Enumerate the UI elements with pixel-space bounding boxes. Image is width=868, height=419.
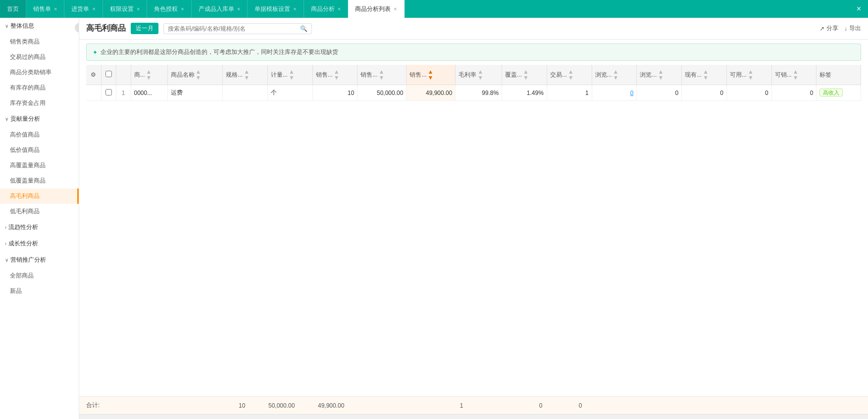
tab-homepage[interactable]: 首页 [0, 0, 26, 18]
footer-total: 合计: 10 50,000.00 49,900.00 1 0 0 [79, 396, 868, 414]
tab-close-analysis-list[interactable]: × [394, 6, 397, 12]
sidebar-item-sales-goods[interactable]: 销售类商品 [0, 34, 79, 49]
col-views1[interactable]: 浏览...▲▼ [592, 65, 637, 85]
cell-sales-amount: 50,000.00 [357, 85, 407, 101]
col-available-stock[interactable]: 可用...▲▼ [726, 65, 771, 85]
share-label: 分享 [826, 24, 838, 33]
tab-purchase[interactable]: 进货单 × [64, 0, 102, 18]
cell-code: 0000... [131, 85, 167, 101]
col-tag: 标签 [817, 65, 861, 85]
col-name[interactable]: 商品名称▲▼ [167, 65, 223, 85]
search-box: 🔍 [163, 23, 312, 34]
sidebar-item-low-value[interactable]: 低价值商品 [0, 142, 79, 158]
col-settings[interactable]: ⚙ [86, 65, 101, 85]
tab-close-analysis[interactable]: × [338, 6, 341, 12]
total-views1 [466, 402, 506, 409]
tab-role-auth[interactable]: 角色授权 × [147, 0, 191, 18]
search-input[interactable] [168, 25, 300, 32]
cell-sales-profit: 49,900.00 [407, 85, 456, 101]
sidebar-item-low-margin[interactable]: 低毛利商品 [0, 204, 79, 219]
sidebar: 《 ∨ 整体信息 销售类商品 交易过的商品 商品分类助销率 有库存的商品 库存资… [0, 18, 79, 419]
sidebar-item-capital-usage[interactable]: 库存资金占用 [0, 95, 79, 111]
cell-name: 运费 [167, 85, 223, 101]
col-sales-amount[interactable]: 销售...▲▼ [357, 65, 407, 85]
tab-product-analysis[interactable]: 商品分析 × [304, 0, 348, 18]
tab-close-purchase[interactable]: × [92, 6, 95, 12]
total-spacer2 [347, 402, 387, 409]
group-arrow-contribution: ∨ [5, 116, 8, 122]
sidebar-item-category-rate[interactable]: 商品分类助销率 [0, 65, 79, 80]
row-checkbox[interactable] [105, 89, 112, 95]
info-banner: ✦ 企业的主要的利润都是这部分商品创造的，可考虑加大推广，同时关注库存是不要出现… [86, 44, 861, 61]
sidebar-group-trend[interactable]: › 流趋性分析 [0, 219, 79, 235]
export-button[interactable]: ↓ 导出 [844, 24, 861, 33]
sidebar-group-overall[interactable]: ∨ 整体信息 [0, 18, 79, 34]
total-cells: 10 50,000.00 49,900.00 1 0 0 [109, 402, 585, 409]
col-sales-qty[interactable]: 销售...▲▼ [312, 65, 357, 85]
sidebar-item-in-stock[interactable]: 有库存的商品 [0, 80, 79, 95]
tab-close-template[interactable]: × [293, 6, 296, 12]
period-button[interactable]: 近一月 [131, 23, 158, 34]
sidebar-item-low-coverage[interactable]: 低覆盖量商品 [0, 173, 79, 188]
group-arrow-trend: › [5, 225, 6, 230]
tab-analysis-list[interactable]: 商品分析列表 × [348, 0, 404, 18]
info-text: 企业的主要的利润都是这部分商品创造的，可考虑加大推广，同时关注库存是不要出现缺货 [101, 48, 338, 56]
sidebar-item-high-margin[interactable]: 高毛利商品 [0, 188, 79, 204]
tab-close-role[interactable]: × [181, 6, 184, 12]
cell-unit: 个 [267, 85, 312, 101]
col-transactions[interactable]: 交易...▲▼ [547, 65, 592, 85]
select-all-checkbox[interactable] [105, 71, 112, 77]
sidebar-group-trend-label: 流趋性分析 [8, 223, 38, 232]
tab-close-sales[interactable]: × [54, 6, 57, 12]
window-close-button[interactable]: × [850, 4, 868, 13]
col-gross-margin[interactable]: 毛利率▲▼ [456, 65, 502, 85]
info-icon: ✦ [93, 49, 98, 56]
content-header: 高毛利商品 近一月 🔍 ↗ 分享 ↓ 导出 [79, 18, 868, 40]
horizontal-scrollbar[interactable] [79, 414, 868, 419]
export-icon: ↓ [844, 25, 847, 32]
col-current-stock[interactable]: 现有...▲▼ [682, 65, 727, 85]
sidebar-item-traded-goods[interactable]: 交易过的商品 [0, 49, 79, 65]
total-label: 合计: [86, 401, 100, 410]
sidebar-item-high-coverage[interactable]: 高覆盖量商品 [0, 158, 79, 173]
sidebar-group-marketing[interactable]: ∨ 营销推广分析 [0, 252, 79, 268]
cell-views2: 0 [637, 85, 682, 101]
tab-product-inbound[interactable]: 产成品入库单 × [192, 0, 248, 18]
col-spec[interactable]: 规格...▲▼ [223, 65, 268, 85]
table-row: 1 0000... 运费 个 10 50,000.00 49,900.00 99… [86, 85, 861, 101]
col-views2[interactable]: 浏览...▲▼ [637, 65, 682, 85]
col-checkbox[interactable] [101, 65, 116, 85]
cell-settings [86, 85, 101, 101]
total-spacer1 [109, 402, 208, 409]
tab-sales-order[interactable]: 销售单 × [26, 0, 64, 18]
share-icon: ↗ [819, 25, 824, 32]
tab-bar: 首页 销售单 × 进货单 × 权限设置 × 角色授权 × 产成品入库单 × 单据… [0, 0, 868, 18]
sidebar-item-all-goods[interactable]: 全部商品 [0, 268, 79, 283]
cell-spec [223, 85, 268, 101]
data-table: ⚙ 商...▲▼ 商品名称▲▼ 规格...▲▼ 计量. [86, 65, 861, 101]
header-actions: ↗ 分享 ↓ 导出 [819, 24, 861, 33]
tab-permissions[interactable]: 权限设置 × [103, 0, 147, 18]
cell-coverage: 1.49% [502, 85, 547, 101]
col-code[interactable]: 商...▲▼ [131, 65, 167, 85]
sidebar-item-new-goods[interactable]: 新品 [0, 283, 79, 299]
tab-template-settings[interactable]: 单据模板设置 × [248, 0, 304, 18]
sidebar-item-high-value[interactable]: 高价值商品 [0, 127, 79, 142]
total-current-stock: 0 [545, 402, 585, 409]
sidebar-group-contribution[interactable]: ∨ 贡献量分析 [0, 111, 79, 127]
share-button[interactable]: ↗ 分享 [819, 24, 838, 33]
cell-checkbox[interactable] [101, 85, 116, 101]
col-unit[interactable]: 计量...▲▼ [267, 65, 312, 85]
search-icon[interactable]: 🔍 [300, 25, 307, 32]
tab-close-product-inbound[interactable]: × [237, 6, 240, 12]
table-wrapper[interactable]: ⚙ 商...▲▼ 商品名称▲▼ 规格...▲▼ 计量. [79, 65, 868, 396]
cell-available-stock: 0 [726, 85, 771, 101]
sidebar-group-growth[interactable]: › 成长性分析 [0, 235, 79, 252]
col-sales-profit[interactable]: 销售...▲▼ [407, 65, 456, 85]
tab-close-permissions[interactable]: × [137, 6, 140, 12]
col-index [116, 65, 131, 85]
col-coverage[interactable]: 覆盖...▲▼ [502, 65, 547, 85]
cell-views1[interactable]: 0 [592, 85, 637, 101]
cell-gross-margin: 99.8% [456, 85, 502, 101]
col-sellable-stock[interactable]: 可销...▲▼ [771, 65, 817, 85]
